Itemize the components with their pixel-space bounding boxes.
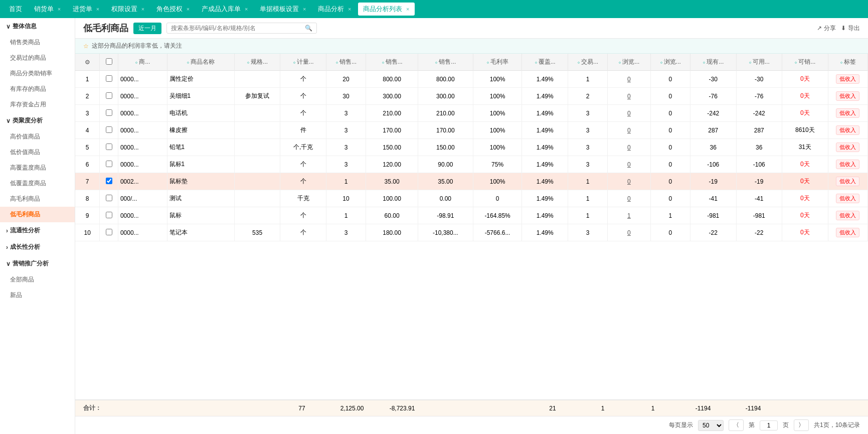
col-checkbox[interactable] [100,54,118,71]
row-code: 0000... [118,88,167,105]
prev-page-button[interactable]: 〈 [729,419,744,431]
nav-item-product-analysis[interactable]: 商品分析 × [313,3,356,16]
close-template-icon[interactable]: × [303,6,306,12]
row-select-checkbox[interactable] [106,195,112,201]
select-all-checkbox[interactable] [106,58,112,65]
browse1-link[interactable]: 1 [627,212,631,219]
col-stock[interactable]: ⬦现有... [690,54,736,71]
col-sale-price[interactable]: ⬦销售... [366,54,418,71]
close-permission-icon[interactable]: × [141,6,144,12]
sidebar-item-low-value[interactable]: 低价值商品 [0,144,75,160]
col-cover-rate[interactable]: ⬦覆盖... [522,54,568,71]
row-checkbox[interactable] [100,105,118,122]
row-gross-rate: 100% [473,105,522,122]
row-select-checkbox[interactable] [106,126,112,133]
row-browse2: 0 [650,88,690,105]
row-no: 2 [75,88,100,105]
row-checkbox[interactable] [100,156,118,173]
sidebar-section-growth[interactable]: › 成长性分析 [0,239,75,255]
col-browse1[interactable]: ⬦浏览... [608,54,650,71]
sidebar-section-marketing[interactable]: ∨ 营销推广分析 [0,255,75,272]
nav-item-product-analysis-list[interactable]: 商品分析列表 × [358,3,414,16]
close-list-icon[interactable]: × [406,6,409,12]
browse1-link[interactable]: 0 [627,161,631,168]
col-sale-qty[interactable]: ⬦销售... [326,54,366,71]
col-saleable[interactable]: ⬦可销... [782,54,828,71]
browse1-link[interactable]: 0 [627,93,631,100]
row-select-checkbox[interactable] [106,143,112,150]
browse1-link[interactable]: 0 [627,195,631,202]
chevron-down-icon-3: ∨ [6,260,11,267]
col-trade[interactable]: ⬦交易... [568,54,607,71]
row-checkbox[interactable] [100,122,118,139]
browse1-link[interactable]: 0 [627,127,631,134]
sidebar-item-traded-goods[interactable]: 交易过的商品 [0,50,75,66]
col-unit[interactable]: ⬦计量... [280,54,326,71]
sidebar-section-cluster[interactable]: ∨ 类聚度分析 [0,112,75,129]
nav-item-permission[interactable]: 权限设置 × [106,3,149,16]
col-name[interactable]: ⬦商品名称 [167,54,234,71]
nav-item-role[interactable]: 角色授权 × [151,3,195,16]
sidebar-section-flow[interactable]: › 流通性分析 [0,222,75,239]
share-button[interactable]: ↗ 分享 [817,24,836,33]
row-select-checkbox[interactable] [106,161,112,167]
row-checkbox[interactable] [100,207,118,224]
nav-item-template[interactable]: 单据模板设置 × [255,3,311,16]
row-select-checkbox[interactable] [106,178,112,184]
page-size-select[interactable]: 50 100 200 [698,420,724,431]
sidebar-item-all-goods[interactable]: 全部商品 [0,272,75,287]
row-select-checkbox[interactable] [106,109,112,116]
browse1-link[interactable]: 0 [627,76,631,83]
col-settings[interactable]: ⚙ [75,54,100,71]
row-checkbox[interactable] [100,88,118,105]
col-tag[interactable]: ⬦标签 [828,54,867,71]
row-select-checkbox[interactable] [106,75,112,82]
browse1-link[interactable]: 0 [627,229,631,236]
browse1-link[interactable]: 0 [627,110,631,117]
browse1-link[interactable]: 0 [627,178,631,185]
sidebar-item-low-coverage[interactable]: 低覆盖度商品 [0,176,75,191]
sidebar-item-high-value[interactable]: 高价值商品 [0,129,75,144]
close-purchase-icon[interactable]: × [96,6,99,12]
sidebar-item-stock-goods[interactable]: 有库存的商品 [0,81,75,97]
sidebar-item-category-rate[interactable]: 商品分类助销率 [0,66,75,81]
export-button[interactable]: ⬇ 导出 [841,24,860,33]
sidebar-item-stock-capital[interactable]: 库存资金占用 [0,97,75,112]
row-checkbox[interactable] [100,71,118,88]
row-checkbox[interactable] [100,190,118,207]
close-product-entry-icon[interactable]: × [245,6,248,12]
row-checkbox[interactable] [100,139,118,156]
row-select-checkbox[interactable] [106,92,112,99]
date-filter-button[interactable]: 近一月 [133,23,161,34]
col-spec[interactable]: ⬦规格... [234,54,280,71]
col-browse2[interactable]: ⬦浏览... [650,54,690,71]
row-name: 橡皮擦 [167,122,234,139]
nav-item-purchase[interactable]: 进货单 × [68,3,104,16]
row-select-checkbox[interactable] [106,212,112,218]
search-icon[interactable]: 🔍 [305,25,312,32]
sidebar-item-high-coverage[interactable]: 高覆盖度商品 [0,160,75,176]
sidebar-item-low-margin[interactable]: 低毛利商品 [0,207,75,222]
page-number-input[interactable] [760,420,778,430]
close-role-icon[interactable]: × [187,6,190,12]
sidebar-item-high-margin[interactable]: 高毛利商品 [0,191,75,207]
col-sale-amt[interactable]: ⬦销售... [418,54,473,71]
nav-item-product-entry[interactable]: 产成品入库单 × [197,3,253,16]
col-avail[interactable]: ⬦可用... [736,54,782,71]
row-select-checkbox[interactable] [106,229,112,235]
next-page-button[interactable]: 〉 [794,419,809,431]
nav-item-sales[interactable]: 销货单 × [29,3,66,16]
sidebar-item-new-goods[interactable]: 新品 [0,287,75,303]
close-sales-icon[interactable]: × [58,6,61,12]
close-analysis-icon[interactable]: × [348,6,351,12]
nav-item-home[interactable]: 首页 [4,3,27,16]
sidebar-item-sales-goods[interactable]: 销售类商品 [0,35,75,50]
row-checkbox[interactable] [100,224,118,241]
row-stock: -106 [690,156,736,173]
row-checkbox[interactable] [100,173,118,190]
search-input[interactable] [171,25,302,32]
sidebar-section-overall[interactable]: ∨ 整体信息 [0,18,75,35]
browse1-link[interactable]: 0 [627,144,631,151]
col-code[interactable]: ⬦商... [118,54,167,71]
col-gross-rate[interactable]: ⬦毛利率 [473,54,522,71]
